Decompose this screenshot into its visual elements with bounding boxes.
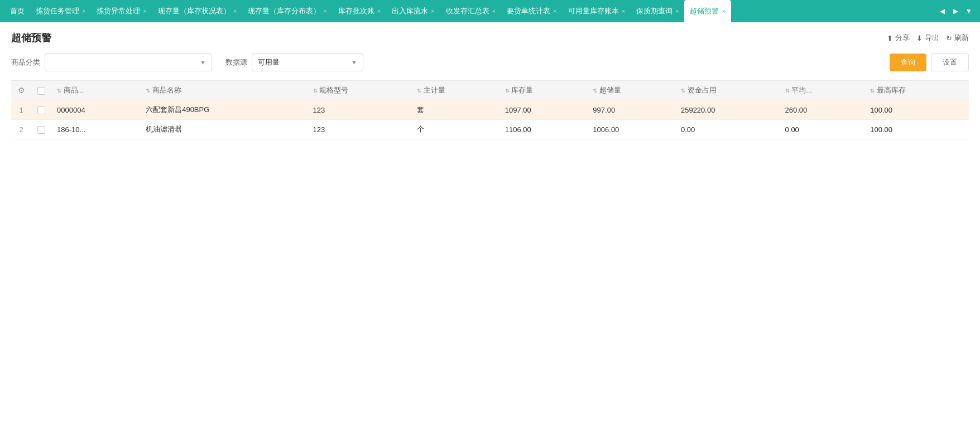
datasource-filter: 数据源 可用量 ▼ (225, 54, 363, 71)
settings-button[interactable]: 设置 (931, 54, 969, 71)
checkbox-column-header[interactable] (31, 81, 51, 100)
row-checkbox-cell (31, 120, 51, 139)
nav-item-label: 现存量（库存状况表） (158, 6, 230, 16)
nav-item-label: 拣货异常处理 (97, 6, 140, 16)
nav-close-btn[interactable]: × (143, 8, 146, 14)
nav-item-inventory-status[interactable]: 现存量（库存状况表）× (152, 0, 242, 22)
sort-icon8: ⇅ (785, 88, 790, 94)
max-stock: 100.00 (864, 100, 969, 120)
datasource-select-arrow: ▼ (351, 59, 357, 66)
datasource-label: 数据源 (225, 57, 247, 67)
nav-close-btn[interactable]: × (622, 8, 625, 14)
sort-icon4: ⇅ (417, 88, 421, 94)
nav-close-btn[interactable]: × (431, 8, 434, 14)
nav-item-label: 拣货任务管理 (36, 6, 79, 16)
unit: 个 (411, 120, 499, 139)
nav-close-btn[interactable]: × (323, 8, 326, 14)
nav-item-inventory-dist[interactable]: 现存量（库存分布表）× (242, 0, 332, 22)
share-button[interactable]: ⬆ 分享 (887, 33, 910, 43)
nav-item-inout-flow[interactable]: 出入库流水× (386, 0, 440, 22)
overstock: 1006.00 (587, 120, 675, 139)
table-row: 1 0000004 六配套新昌490BPG 123 套 1097.00 997.… (11, 100, 969, 120)
row-checkbox[interactable] (37, 126, 45, 134)
page-content: 超储预警 ⬆ 分享 ⬇ 导出 ↻ 刷新 商品分类 ▼ 数据源 (0, 22, 980, 446)
max-stock-header[interactable]: ⇅ 最高库存 (864, 81, 969, 100)
datasource-select-value: 可用量 (258, 57, 280, 67)
spec-header[interactable]: ⇅ 规格型号 (308, 81, 412, 100)
top-navigation: 首页拣货任务管理×拣货异常处理×现存量（库存状况表）×现存量（库存分布表）×库存… (0, 0, 980, 22)
stock: 1097.00 (499, 100, 588, 120)
capital: 0.00 (675, 120, 780, 139)
nav-item-home[interactable]: 首页 (4, 0, 30, 22)
nav-close-btn[interactable]: × (233, 8, 237, 14)
nav-item-label: 保质期查询 (636, 6, 672, 16)
max-stock: 100.00 (864, 120, 969, 139)
data-table: ⚙ ⇅ 商品... ⇅ 商品名称 ⇅ 规格型号 (11, 80, 969, 139)
filter-row: 商品分类 ▼ 数据源 可用量 ▼ 查询 设置 (11, 54, 969, 71)
nav-item-available-ledger[interactable]: 可用量库存账本× (563, 0, 631, 22)
nav-close-btn[interactable]: × (82, 8, 85, 14)
product-code: 0000004 (51, 100, 140, 120)
select-all-checkbox[interactable] (37, 87, 45, 95)
sort-icon: ⇅ (57, 88, 61, 94)
sort-icon9: ⇅ (870, 88, 875, 94)
nav-arrow-more[interactable]: ▼ (962, 0, 976, 22)
nav-item-label: 可用量库存账本 (568, 6, 619, 16)
refresh-icon: ↻ (946, 34, 952, 42)
product-code: 186-10... (51, 120, 140, 139)
data-table-container: ⚙ ⇅ 商品... ⇅ 商品名称 ⇅ 规格型号 (11, 80, 969, 139)
nav-item-receive-summary[interactable]: 收发存汇总表× (440, 0, 501, 22)
spec: 123 (308, 120, 412, 139)
avg: 0.00 (780, 120, 865, 139)
nav-item-stow-task[interactable]: 拣货任务管理× (30, 0, 91, 22)
nav-item-label: 现存量（库存分布表） (248, 6, 320, 16)
nav-close-btn[interactable]: × (675, 8, 679, 14)
category-label: 商品分类 (11, 57, 40, 67)
overstock-header[interactable]: ⇅ 超储量 (587, 81, 675, 100)
stock-header[interactable]: ⇅ 库存量 (499, 81, 588, 100)
sort-icon2: ⇅ (146, 88, 150, 94)
query-button[interactable]: 查询 (890, 54, 926, 71)
nav-item-order-stats[interactable]: 要货单统计表× (501, 0, 562, 22)
product-name-header[interactable]: ⇅ 商品名称 (140, 81, 307, 100)
nav-arrow-right[interactable]: ▶ (949, 0, 962, 22)
nav-item-label: 首页 (10, 6, 25, 16)
datasource-select[interactable]: 可用量 ▼ (252, 54, 363, 71)
row-number: 1 (11, 100, 31, 120)
sort-icon7: ⇅ (681, 88, 685, 94)
nav-item-overstock-warning[interactable]: 超储预警× (684, 0, 731, 22)
category-select[interactable]: ▼ (45, 54, 212, 71)
settings-column-header[interactable]: ⚙ (11, 81, 31, 100)
nav-item-inventory-batch[interactable]: 库存批次账× (333, 0, 386, 22)
capital-header[interactable]: ⇅ 资金占用 (675, 81, 780, 100)
nav-item-label: 超储预警 (690, 6, 719, 16)
page-header: 超储预警 ⬆ 分享 ⬇ 导出 ↻ 刷新 (11, 31, 969, 45)
nav-close-btn[interactable]: × (722, 8, 725, 14)
nav-close-btn[interactable]: × (492, 8, 496, 14)
nav-item-label: 收发存汇总表 (446, 6, 489, 16)
nav-arrow-left[interactable]: ◀ (935, 0, 949, 22)
sort-icon6: ⇅ (593, 88, 597, 94)
action-buttons: 查询 设置 (890, 54, 969, 71)
header-actions: ⬆ 分享 ⬇ 导出 ↻ 刷新 (887, 33, 969, 43)
sort-icon3: ⇅ (313, 88, 318, 94)
nav-close-btn[interactable]: × (377, 8, 381, 14)
avg: 260.00 (780, 100, 865, 120)
row-checkbox[interactable] (37, 106, 45, 114)
avg-header[interactable]: ⇅ 平均... (780, 81, 865, 100)
export-icon: ⬇ (916, 34, 923, 42)
nav-close-btn[interactable]: × (553, 8, 556, 14)
table-header-row: ⚙ ⇅ 商品... ⇅ 商品名称 ⇅ 规格型号 (11, 81, 969, 100)
page-title: 超储预警 (11, 31, 51, 45)
spec: 123 (308, 100, 412, 120)
table-body: 1 0000004 六配套新昌490BPG 123 套 1097.00 997.… (11, 100, 969, 139)
unit-header[interactable]: ⇅ 主计量 (411, 81, 499, 100)
nav-item-quality-check[interactable]: 保质期查询× (631, 0, 684, 22)
capital: 259220.00 (675, 100, 780, 120)
nav-item-label: 库存批次账 (338, 6, 374, 16)
export-button[interactable]: ⬇ 导出 (916, 33, 939, 43)
refresh-button[interactable]: ↻ 刷新 (946, 33, 969, 43)
gear-icon[interactable]: ⚙ (18, 86, 25, 95)
nav-item-stow-exception[interactable]: 拣货异常处理× (91, 0, 152, 22)
product-code-header[interactable]: ⇅ 商品... (51, 81, 140, 100)
